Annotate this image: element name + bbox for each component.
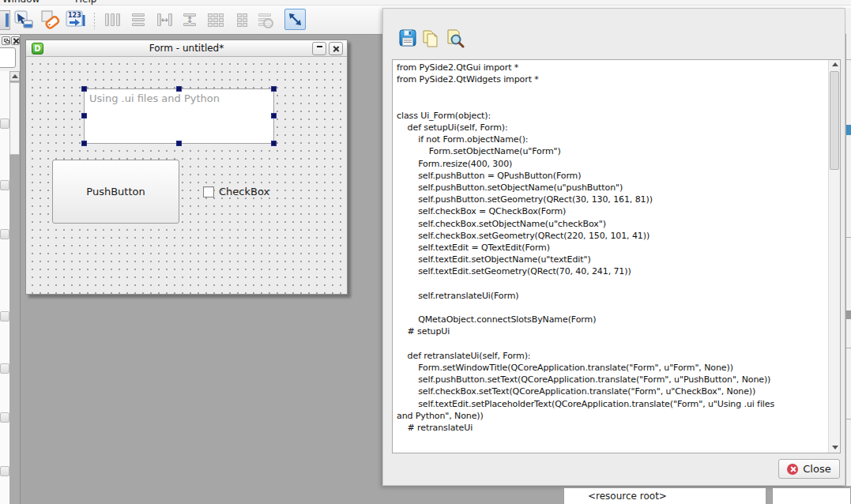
form-titlebar[interactable]: D Form - untitled*	[26, 40, 347, 57]
code-line: self.pushButton.setText(QCoreApplication…	[397, 374, 826, 386]
widgetbox-category-fragment[interactable]	[0, 363, 9, 374]
textedit-widget[interactable]: Using .ui files and Python	[84, 88, 274, 144]
code-line: def setupUi(self, Form):	[397, 122, 826, 134]
widget-box-scrollbar[interactable]	[9, 71, 20, 504]
code-line: Form.setWindowTitle(QCoreApplication.tra…	[397, 362, 826, 374]
widgetbox-category-fragment[interactable]	[0, 311, 9, 322]
find-icon[interactable]	[445, 29, 465, 50]
break-layout-icon[interactable]	[254, 9, 275, 30]
code-scrollbar[interactable]	[828, 60, 840, 453]
widget-box-dock	[0, 35, 21, 504]
code-line: self.checkBox.setGeometry(QRect(220, 150…	[397, 230, 826, 242]
edit-buddies-icon[interactable]	[40, 9, 61, 30]
copy-icon[interactable]	[421, 29, 442, 50]
code-line	[397, 302, 826, 314]
qt-designer-screen: Window Help 123	[0, 0, 851, 504]
close-button[interactable]: Close	[778, 459, 840, 479]
checkbox-indicator[interactable]	[203, 186, 214, 197]
right-dock-selection-fragment	[846, 125, 851, 135]
widgetbox-category-fragment[interactable]	[0, 229, 9, 239]
code-line: self.checkBox.setObjectName(u"checkBox")	[397, 218, 826, 230]
selection-handle[interactable]	[81, 113, 87, 118]
widgetbox-category-fragment[interactable]	[0, 466, 9, 476]
layout-horizontally-icon[interactable]	[102, 9, 122, 30]
code-line: self.pushButton.setGeometry(QRect(30, 13…	[397, 194, 826, 205]
code-line	[397, 278, 826, 290]
code-line: from PySide2.QtGui import *	[397, 62, 826, 73]
edit-widgets-icon[interactable]	[0, 10, 10, 30]
save-icon[interactable]	[399, 29, 420, 50]
layout-vertically-icon[interactable]	[128, 9, 149, 30]
scroll-up-icon[interactable]	[9, 71, 20, 81]
selection-handle[interactable]	[176, 86, 182, 92]
form-close-button[interactable]	[329, 42, 343, 55]
resource-browser-list[interactable]: <resource root>	[563, 487, 766, 504]
code-line: Form.resize(400, 300)	[397, 158, 826, 170]
menu-bar: Window Help	[0, 0, 851, 6]
toolbar-separator	[93, 12, 96, 29]
code-line: QMetaObject.connectSlotsByName(Form)	[397, 314, 826, 325]
widget-filter-input[interactable]	[0, 47, 16, 68]
resource-root-item[interactable]: <resource root>	[588, 491, 667, 502]
right-dock-fragment	[846, 310, 851, 319]
scrollbar-thumb[interactable]	[830, 71, 839, 170]
resource-preview-pane[interactable]	[772, 487, 851, 504]
form-title: Form - untitled*	[26, 40, 347, 57]
scroll-up-icon[interactable]	[829, 60, 841, 70]
widgetbox-category-fragment[interactable]	[0, 412, 9, 423]
code-line: self.pushButton = QPushButton(Form)	[397, 170, 826, 182]
checkbox-label: CheckBox	[219, 186, 269, 197]
code-line: def retranslateUi(self, Form):	[397, 350, 826, 362]
scroll-down-icon[interactable]	[829, 442, 841, 453]
dock-float-button[interactable]	[2, 36, 10, 45]
code-line: from PySide2.QtWidgets import *	[397, 73, 826, 85]
selection-handle[interactable]	[81, 86, 87, 92]
textedit-placeholder: Using .ui files and Python	[89, 92, 220, 104]
edit-tab-order-icon[interactable]: 123	[65, 9, 87, 30]
selection-handle[interactable]	[271, 113, 277, 118]
close-icon	[787, 464, 798, 475]
code-line: self.textEdit.setGeometry(QRect(70, 40, …	[397, 265, 826, 277]
adjust-size-icon[interactable]	[284, 9, 306, 30]
layout-vertical-splitter-icon[interactable]: ↕	[179, 9, 200, 30]
code-line: self.retranslateUi(Form)	[397, 290, 826, 302]
form-window: D Form - untitled* Using .ui files and P…	[25, 39, 348, 295]
form-minimize-button[interactable]	[312, 42, 326, 55]
code-line: self.textEdit.setObjectName(u"textEdit")	[397, 254, 826, 265]
widgetbox-category-fragment[interactable]	[0, 180, 9, 190]
code-line: and Python", None))	[397, 410, 826, 422]
layout-grid-icon[interactable]	[205, 9, 226, 30]
code-line: if not Form.objectName():	[397, 134, 826, 145]
code-preview-dialog: from PySide2.QtGui import *from PySide2.…	[382, 8, 845, 486]
code-line: # retranslateUi	[397, 422, 826, 434]
layout-horizontal-splitter-icon[interactable]: ↔	[154, 9, 175, 30]
code-line: # setupUi	[397, 325, 826, 337]
selection-handle[interactable]	[271, 141, 277, 146]
selection-handle[interactable]	[81, 141, 87, 146]
scrollbar-thumb[interactable]	[9, 82, 20, 155]
dock-close-button[interactable]	[11, 36, 20, 45]
code-line: self.checkBox = QCheckBox(Form)	[397, 205, 826, 217]
widgetbox-category-fragment[interactable]	[0, 118, 9, 129]
code-line	[397, 338, 826, 350]
right-dock-sliver	[846, 8, 851, 486]
checkbox-widget[interactable]: CheckBox	[203, 186, 269, 197]
code-line: self.pushButton.setObjectName(u"pushButt…	[397, 182, 826, 194]
layout-form-icon[interactable]	[232, 9, 252, 30]
widget-box-list[interactable]	[0, 71, 9, 504]
code-text: from PySide2.QtGui import *from PySide2.…	[397, 62, 826, 434]
code-line: class Ui_Form(object):	[397, 110, 826, 122]
code-line	[397, 98, 826, 110]
pushbutton-widget[interactable]: PushButton	[52, 160, 179, 224]
code-line: Form.setObjectName(u"Form")	[397, 145, 826, 157]
form-canvas[interactable]: Using .ui files and Python PushButton Ch…	[26, 57, 347, 294]
edit-signals-slots-icon[interactable]	[13, 9, 34, 30]
code-line: self.textEdit.setPlaceholderText(QCoreAp…	[397, 398, 826, 410]
code-editor[interactable]: from PySide2.QtGui import *from PySide2.…	[392, 59, 841, 453]
menu-window[interactable]: Window	[2, 0, 40, 5]
code-line: self.checkBox.setText(QCoreApplication.t…	[397, 386, 826, 397]
svg-text:123: 123	[68, 12, 81, 19]
selection-handle[interactable]	[271, 86, 277, 92]
selection-handle[interactable]	[176, 141, 182, 146]
menu-help[interactable]: Help	[75, 0, 96, 5]
